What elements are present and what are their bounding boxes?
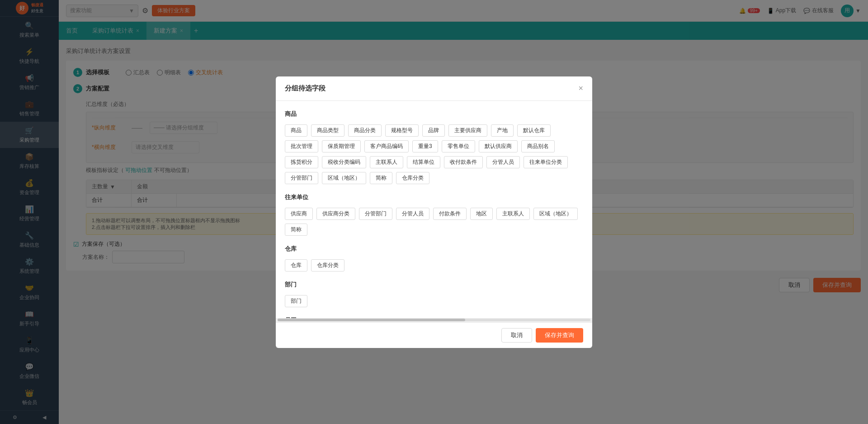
tag-main-contact2[interactable]: 主联系人 — [496, 208, 530, 220]
tag-pick-points[interactable]: 拣货积分 — [285, 156, 318, 168]
section-counterpart-tags: 供应商 供应商分类 分管部门 分管人员 付款条件 地区 主联系人 区域（地区） … — [285, 208, 583, 236]
tag-batch-mgmt[interactable]: 批次管理 — [285, 140, 318, 152]
tag-origin[interactable]: 产地 — [491, 124, 514, 137]
tag-main-contact[interactable]: 主联系人 — [370, 156, 403, 168]
tag-warehouse-category[interactable]: 仓库分类 — [396, 172, 429, 184]
tag-settlement-unit[interactable]: 结算单位 — [407, 156, 440, 168]
tag-warehouse[interactable]: 仓库 — [285, 259, 307, 272]
tag-dept-mgmt[interactable]: 分管部门 — [285, 172, 318, 184]
tag-customer-code[interactable]: 客户商品编码 — [364, 140, 409, 152]
section-warehouse-tags: 仓库 仓库分类 — [285, 259, 583, 272]
tag-abbr2[interactable]: 简称 — [285, 224, 307, 236]
tag-spec-model[interactable]: 规格型号 — [385, 124, 419, 137]
modal-backdrop[interactable]: 分组待选字段 × 商品 商品 商品类型 商品分类 规格型号 品牌 主要供应商 产… — [0, 0, 868, 424]
section-counterpart-title: 往来单位 — [285, 191, 583, 203]
section-dept-tags: 部门 — [285, 295, 583, 307]
section-dept-title: 部门 — [285, 279, 583, 291]
modal-title: 分组待选字段 — [285, 84, 326, 93]
modal-close-button[interactable]: × — [578, 84, 583, 93]
tag-default-supplier[interactable]: 默认供应商 — [479, 140, 518, 152]
section-product-title: 商品 — [285, 108, 583, 120]
tag-region-product[interactable]: 区域（地区） — [322, 172, 366, 184]
tag-counterpart-category[interactable]: 往来单位分类 — [524, 156, 568, 168]
tag-warehouse-cat[interactable]: 仓库分类 — [311, 259, 344, 272]
modal-footer: 取消 保存并查询 — [276, 322, 592, 348]
modal-hscrollbar[interactable] — [276, 318, 592, 322]
section-counterpart: 往来单位 供应商 供应商分类 分管部门 分管人员 付款条件 地区 主联系人 区域… — [285, 191, 583, 236]
section-product: 商品 商品 商品类型 商品分类 规格型号 品牌 主要供应商 产地 默认仓库 批次… — [285, 108, 583, 184]
section-dept: 部门 部门 — [285, 279, 583, 307]
tag-tax-code[interactable]: 税收分类编码 — [322, 156, 366, 168]
tag-payment-cond[interactable]: 付款条件 — [433, 208, 467, 220]
tag-default-warehouse[interactable]: 默认仓库 — [517, 124, 551, 137]
tag-dept-mgmt2[interactable]: 分管部门 — [359, 208, 392, 220]
tag-product[interactable]: 商品 — [285, 124, 307, 137]
modal-body: 商品 商品 商品类型 商品分类 规格型号 品牌 主要供应商 产地 默认仓库 批次… — [276, 101, 592, 319]
field-selection-modal: 分组待选字段 × 商品 商品 商品类型 商品分类 规格型号 品牌 主要供应商 产… — [276, 76, 592, 348]
tag-main-supplier[interactable]: 主要供应商 — [448, 124, 487, 137]
tag-supplier[interactable]: 供应商 — [285, 208, 313, 220]
tag-shelf-life[interactable]: 保质期管理 — [322, 140, 361, 152]
tag-region-counter2[interactable]: 区域（地区） — [533, 208, 578, 220]
section-product-tags: 商品 商品类型 商品分类 规格型号 品牌 主要供应商 产地 默认仓库 批次管理 … — [285, 124, 583, 184]
tag-region-counter[interactable]: 地区 — [470, 208, 493, 220]
tag-dept[interactable]: 部门 — [285, 295, 307, 307]
modal-confirm-button[interactable]: 保存并查询 — [536, 328, 583, 343]
tag-retail-unit[interactable]: 零售单位 — [442, 140, 475, 152]
modal-header: 分组待选字段 × — [276, 76, 592, 101]
tag-product-alias[interactable]: 商品别名 — [521, 140, 555, 152]
tag-weight[interactable]: 重量3 — [412, 140, 438, 152]
section-warehouse-title: 仓库 — [285, 243, 583, 255]
section-employee: 员工 业务员 — [285, 314, 583, 319]
modal-cancel-button[interactable]: 取消 — [501, 328, 532, 343]
hscroll-track — [278, 319, 590, 321]
hscroll-thumb — [278, 319, 465, 321]
tag-payment-terms[interactable]: 收付款条件 — [444, 156, 483, 168]
tag-product-type[interactable]: 商品类型 — [311, 124, 344, 137]
section-employee-title: 员工 — [285, 314, 583, 319]
section-warehouse: 仓库 仓库 仓库分类 — [285, 243, 583, 272]
tag-supplier-category[interactable]: 供应商分类 — [316, 208, 355, 220]
tag-abbr[interactable]: 简称 — [370, 172, 392, 184]
tag-product-category[interactable]: 商品分类 — [348, 124, 382, 137]
tag-supervisor2[interactable]: 分管人员 — [396, 208, 429, 220]
tag-brand[interactable]: 品牌 — [422, 124, 445, 137]
tag-supervisor[interactable]: 分管人员 — [486, 156, 520, 168]
